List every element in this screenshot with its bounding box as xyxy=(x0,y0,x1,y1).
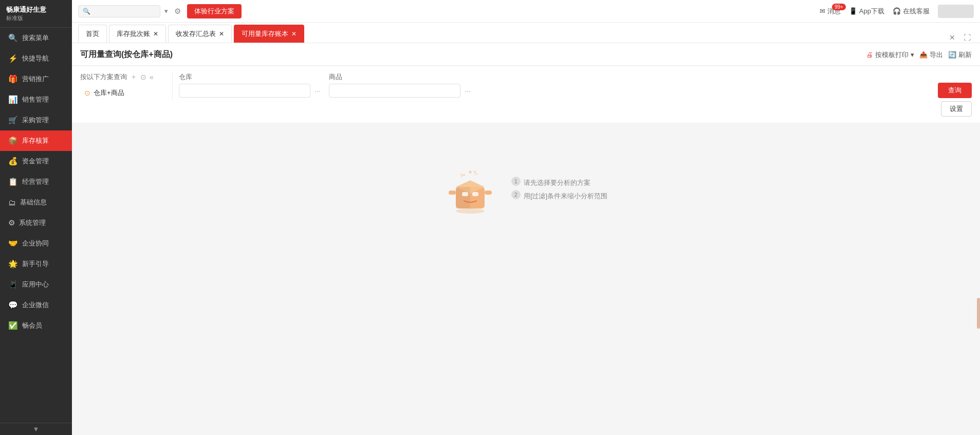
tab-close-batch[interactable]: ✕ xyxy=(153,31,158,37)
basic-icon: 🗂 xyxy=(8,198,16,207)
empty-content: ? ? 1 请先选择要分析的方案 2 用[过滤]条件来缩小分析范围 xyxy=(445,164,607,215)
sidebar-item-label: 经营管理 xyxy=(22,177,49,186)
sidebar-item-member[interactable]: ✅畅会员 xyxy=(0,315,72,336)
topbar-dropdown-icon[interactable]: ▾ xyxy=(164,7,168,15)
sidebar-item-appstore[interactable]: 📱应用中心 xyxy=(0,274,72,295)
export-label: 导出 xyxy=(930,50,943,60)
sidebar-item-newbie[interactable]: 🌟新手引导 xyxy=(0,254,72,274)
sidebar-logo: 畅康通好生意 标准版 xyxy=(0,0,72,28)
sidebar-item-marketing[interactable]: 🎁营销推广 xyxy=(0,69,72,89)
sidebar-item-label: 搜索菜单 xyxy=(22,33,49,43)
app-download-btn[interactable]: 📱 App下载 xyxy=(849,7,884,16)
topbar-search-box[interactable]: 🔍 xyxy=(78,5,160,17)
trial-btn[interactable]: 体验行业方案 xyxy=(187,4,242,18)
sidebar-item-search[interactable]: 🔍搜索菜单 xyxy=(0,28,72,48)
mobile-icon: 📱 xyxy=(849,7,857,15)
service-icon: 🎧 xyxy=(893,7,901,15)
main-area: 🔍 ▾ ⚙ 体验行业方案 ✉ 消息 99+ 📱 App下载 🎧 在线客服 首页库… xyxy=(72,0,980,435)
online-service-btn[interactable]: 🎧 在线客服 xyxy=(893,7,930,16)
svg-point-0 xyxy=(456,209,485,214)
tab-label-summary: 收发存汇总表 xyxy=(176,29,216,39)
sidebar-item-label: 应用中心 xyxy=(22,280,49,289)
page-header: 可用量查询(按仓库+商品) 🖨 按模板打印 ▾ 📤 导出 🔄 刷新 xyxy=(72,43,980,66)
gear-icon[interactable]: ⚙ xyxy=(174,7,181,16)
svg-text:?: ? xyxy=(473,171,476,176)
sidebar-item-system[interactable]: ⚙系统管理 xyxy=(0,213,72,233)
search-icon: 🔍 xyxy=(8,33,18,43)
product-more-btn[interactable]: ··· xyxy=(463,87,473,95)
purchase-icon: 🛒 xyxy=(8,116,18,125)
print-btn[interactable]: 🖨 按模板打印 ▾ xyxy=(866,50,914,60)
sidebar-item-label: 快捷导航 xyxy=(22,54,49,63)
tab-batch[interactable]: 库存批次账✕ xyxy=(109,25,166,43)
right-scrollbar-indicator[interactable] xyxy=(977,298,980,329)
export-icon: 📤 xyxy=(919,51,928,59)
print-dropdown-icon[interactable]: ▾ xyxy=(911,51,914,59)
page-content: 可用量查询(按仓库+商品) 🖨 按模板打印 ▾ 📤 导出 🔄 刷新 xyxy=(72,43,980,435)
sidebar-item-finance[interactable]: 💰资金管理 xyxy=(0,151,72,172)
svg-text:?: ? xyxy=(460,174,463,179)
svg-rect-6 xyxy=(449,191,456,195)
warehouse-input[interactable] xyxy=(179,84,310,98)
message-icon: ✉ xyxy=(820,7,825,15)
product-field: 商品 ··· xyxy=(329,72,473,98)
refresh-icon: 🔄 xyxy=(948,51,956,59)
sidebar-item-sales[interactable]: 📊销售管理 xyxy=(0,89,72,110)
collapse-scheme-icon[interactable]: « xyxy=(150,73,154,81)
topbar-right: ✉ 消息 99+ 📱 App下载 🎧 在线客服 xyxy=(820,5,974,18)
print-icon: 🖨 xyxy=(866,51,873,59)
sidebar-item-operations[interactable]: 📋经营管理 xyxy=(0,172,72,192)
maximize-tab-btn[interactable]: ⛶ xyxy=(960,32,974,43)
message-btn[interactable]: ✉ 消息 99+ xyxy=(820,7,841,16)
svg-rect-7 xyxy=(485,191,492,195)
sidebar-item-label: 基础信息 xyxy=(20,198,47,207)
svg-rect-3 xyxy=(456,187,470,209)
app-version: 标准版 xyxy=(6,14,66,22)
sidebar-item-purchase[interactable]: 🛒采购管理 xyxy=(0,110,72,130)
message-badge: 99+ xyxy=(832,4,846,10)
filter-scheme-panel: 按以下方案查询 ＋ ⊙ « ⊙ 仓库+商品 xyxy=(80,72,173,100)
sidebar-item-label: 销售管理 xyxy=(22,95,49,104)
export-btn[interactable]: 📤 导出 xyxy=(919,50,943,60)
app-name: 畅康通好生意 xyxy=(6,5,66,14)
warehouse-more-btn[interactable]: ··· xyxy=(312,87,323,95)
empty-tip-2: 2 用[过滤]条件来缩小分析范围 xyxy=(511,190,607,203)
tab-available[interactable]: 可用量库存账本✕ xyxy=(234,25,304,43)
shortcut-icon: ⚡ xyxy=(8,54,18,63)
empty-tips: 1 请先选择要分析的方案 2 用[过滤]条件来缩小分析范围 xyxy=(511,176,607,203)
sidebar-item-shortcut[interactable]: ⚡快捷导航 xyxy=(0,48,72,69)
appstore-icon: 📱 xyxy=(8,280,18,289)
sidebar-item-enterprise[interactable]: 🤝企业协同 xyxy=(0,233,72,254)
tab-label-home: 首页 xyxy=(86,29,99,39)
sidebar-scroll-down[interactable]: ▼ xyxy=(0,423,72,435)
tab-home[interactable]: 首页 xyxy=(78,25,107,43)
product-input[interactable] xyxy=(329,84,460,98)
sidebar-item-basic[interactable]: 🗂基础信息 xyxy=(0,192,72,213)
tab-label-batch: 库存批次账 xyxy=(117,29,150,39)
close-tab-btn[interactable]: ✕ xyxy=(946,32,958,43)
sidebar-item-inventory[interactable]: 📦库存核算 xyxy=(0,130,72,151)
sidebar-item-wechat[interactable]: 💬企业微信 xyxy=(0,295,72,315)
tab-close-available[interactable]: ✕ xyxy=(291,31,297,37)
sidebar-item-label: 企业微信 xyxy=(22,300,49,310)
member-icon: ✅ xyxy=(8,321,18,330)
tip2-text: 用[过滤]条件来缩小分析范围 xyxy=(524,190,607,203)
settings-btn[interactable]: 设置 xyxy=(941,101,972,117)
sales-icon: 📊 xyxy=(8,95,18,104)
tabs-container: 首页库存批次账✕收发存汇总表✕可用量库存账本✕ xyxy=(78,25,305,43)
scheme-item-label: 仓库+商品 xyxy=(94,88,124,98)
tabs-actions-right: ✕ ⛶ xyxy=(946,32,974,43)
app-download-label: App下载 xyxy=(859,7,884,16)
tab-close-summary[interactable]: ✕ xyxy=(219,31,224,37)
query-btn[interactable]: 查询 xyxy=(938,83,972,98)
sidebar-item-label: 新手引导 xyxy=(22,259,49,269)
topbar: 🔍 ▾ ⚙ 体验行业方案 ✉ 消息 99+ 📱 App下载 🎧 在线客服 xyxy=(72,0,980,23)
page-header-actions: 🖨 按模板打印 ▾ 📤 导出 🔄 刷新 xyxy=(866,50,972,60)
scheme-item-warehouse-product[interactable]: ⊙ 仓库+商品 xyxy=(80,86,166,100)
tab-summary[interactable]: 收发存汇总表✕ xyxy=(168,25,232,43)
tip1-num: 1 xyxy=(511,177,521,186)
refresh-btn[interactable]: 🔄 刷新 xyxy=(948,50,972,60)
user-avatar[interactable] xyxy=(938,5,974,18)
add-scheme-btn[interactable]: ＋ xyxy=(130,72,137,82)
scheme-settings-icon[interactable]: ⊙ xyxy=(140,73,146,81)
